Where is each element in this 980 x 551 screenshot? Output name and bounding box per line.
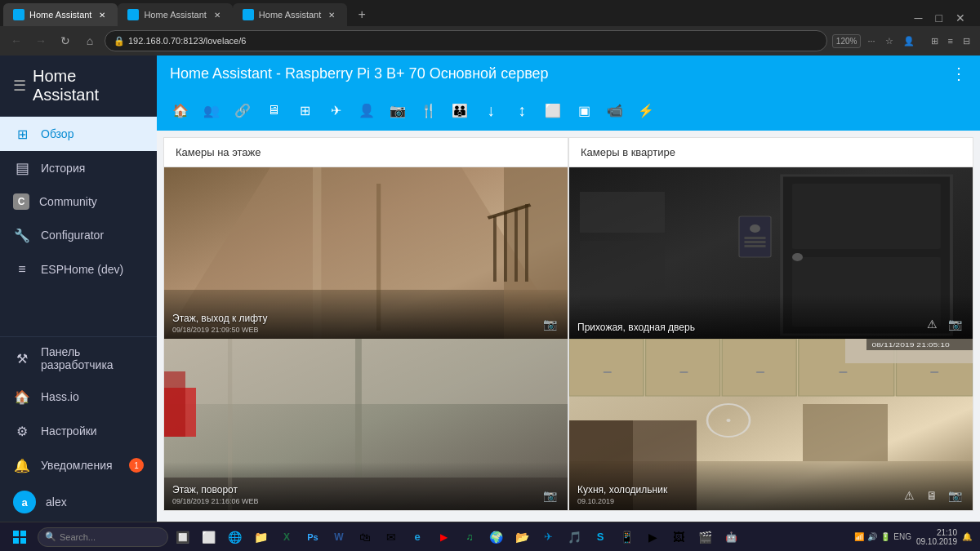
taskbar-app-word[interactable]: W [327, 525, 351, 549]
sidebar-item-configurator[interactable]: 🔧 Configurator [0, 218, 157, 252]
settings-button[interactable]: ⊞ [928, 34, 942, 48]
taskbar-app-ps[interactable]: Ps [301, 525, 325, 549]
camera-hallway-turn[interactable]: Этаж, поворот 09/18/2019 21:16:06 WEB 📷 [164, 339, 568, 510]
new-tab-button[interactable]: + [350, 3, 373, 26]
taskbar-app-phone[interactable]: 📱 [614, 525, 639, 549]
camera-alert-button-2[interactable]: ⚠ [922, 314, 942, 334]
taskbar-notifications-icon[interactable]: 🔔 [962, 532, 972, 541]
topbar-icon-nodes[interactable]: 🔗 [229, 96, 256, 124]
topbar-icon-grid[interactable]: ⊞ [291, 96, 318, 124]
taskbar-app-video[interactable]: 🎬 [693, 525, 717, 549]
taskbar-app-store[interactable]: 🛍 [353, 525, 377, 549]
browser-tab-2[interactable]: Home Assistant ✕ [118, 3, 232, 26]
camera-label-entrance-door: Прихожая, входная дверь [577, 322, 695, 333]
bookmark-button[interactable]: ☆ [882, 34, 897, 48]
minimize-button[interactable]: ─ [910, 10, 928, 26]
search-icon: 🔍 [45, 531, 56, 542]
topbar-icon-monitor[interactable]: 🖥 [260, 96, 287, 124]
taskbar-network-icon[interactable]: 📶 [854, 532, 864, 541]
maximize-button[interactable]: □ [931, 10, 947, 26]
sidebar-item-community[interactable]: C Community [0, 185, 157, 218]
topbar-icon-sensor2[interactable]: ↕ [508, 96, 536, 124]
topbar-icon-video[interactable]: 📹 [601, 96, 629, 124]
settings-icon: ⚙ [13, 422, 31, 440]
taskbar-app-android[interactable]: 🤖 [719, 525, 743, 549]
browser-tab-3[interactable]: Home Assistant ✕ [233, 3, 347, 26]
camera-entrance-door[interactable]: Прихожая, входная дверь ⚠ 📷 [569, 167, 973, 339]
topbar-icon-auto[interactable]: ⚡ [632, 96, 660, 124]
close-button[interactable]: ✕ [951, 10, 970, 26]
topbar-icon-gauge[interactable]: ⬜ [539, 96, 567, 124]
taskbar-volume-icon[interactable]: 🔊 [867, 532, 877, 541]
taskbar-app-mail[interactable]: ✉ [379, 525, 403, 549]
tab-close-1[interactable]: ✕ [96, 9, 108, 20]
taskbar-app-cortana[interactable]: 🔲 [170, 525, 194, 549]
taskbar-app-files[interactable]: 📂 [510, 525, 534, 549]
sidebar-item-label-history: История [41, 162, 85, 175]
taskbar-app-skype[interactable]: S [588, 525, 612, 549]
forward-button[interactable]: → [31, 31, 51, 51]
taskbar-app-spotify[interactable]: ♫ [457, 525, 482, 549]
topbar-icon-sensor1[interactable]: ↓ [477, 96, 505, 124]
tab-close-3[interactable]: ✕ [326, 9, 337, 20]
user-avatar: a [13, 491, 36, 513]
camera-hallway-lift[interactable]: Этаж, выход к лифту 09/18/2019 21:09:50 … [164, 167, 568, 339]
topbar-icon-person[interactable]: 👤 [353, 96, 381, 124]
refresh-button[interactable]: ↻ [56, 31, 75, 51]
camera-snapshot-button-3[interactable]: 📷 [540, 486, 559, 505]
browser-tab-1[interactable]: Home Assistant ✕ [3, 3, 118, 26]
taskbar-battery-icon[interactable]: 🔋 [880, 532, 890, 541]
taskbar-language[interactable]: ENG [893, 532, 911, 541]
topbar-more-button[interactable]: ⋮ [951, 64, 967, 83]
start-button[interactable] [3, 525, 36, 549]
topbar-icon-group[interactable]: 👪 [446, 96, 474, 124]
sidebar-item-esphome[interactable]: ≡ ESPHome (dev) [0, 252, 157, 287]
taskbar-app-edge[interactable]: 🌐 [222, 525, 247, 549]
extensions-button[interactable]: ··· [864, 34, 878, 47]
camera-snapshot-button-2[interactable]: 📷 [945, 314, 964, 334]
sidebar-item-history[interactable]: ▤ История [0, 151, 157, 185]
taskbar-app-explorer[interactable]: 📁 [248, 525, 273, 549]
url-bar[interactable]: 🔒 192.168.0.70:8123/lovelace/6 [105, 30, 827, 51]
svg-rect-13 [164, 339, 568, 404]
sidebar-item-settings[interactable]: ⚙ Настройки [0, 414, 157, 448]
topbar-icon-camera[interactable]: 📷 [384, 96, 412, 124]
menu-icon[interactable]: ☰ [13, 77, 26, 95]
taskbar-app-taskview[interactable]: ⬜ [196, 525, 220, 549]
sidebar-item-overview[interactable]: ⊞ Обзор [0, 117, 157, 151]
camera-controls-hallway-lift: 📷 [540, 314, 559, 334]
clock[interactable]: 21:10 09.10.2019 [916, 528, 957, 546]
taskbar-app-chrome[interactable]: 🌍 [483, 525, 508, 549]
camera-kitchen[interactable]: 08/11/2019 21:05:10 Кухня, холодильник 0… [569, 339, 973, 510]
topbar-icon-users[interactable]: 👥 [198, 96, 225, 124]
taskbar-app-media[interactable]: ▶ [640, 525, 665, 549]
camera-snapshot-button-4[interactable]: 📷 [945, 486, 964, 505]
profile-button[interactable]: 👤 [900, 34, 918, 48]
sidebar-item-user[interactable]: a alex [0, 482, 157, 522]
taskbar-app-telegram[interactable]: ✈ [536, 525, 560, 549]
page-title: Home Assistant - Raspberry Pi 3 B+ 70 Ос… [170, 65, 549, 82]
camera-section: Камеры на этаже [157, 131, 980, 522]
back-button[interactable]: ← [7, 31, 26, 51]
sidebar-toggle[interactable]: ⊟ [960, 34, 973, 48]
sidebar-item-developer[interactable]: ⚒ Панель разработчика [0, 337, 157, 380]
taskbar-app-ie[interactable]: e [405, 525, 430, 549]
menu-button[interactable]: ≡ [945, 34, 956, 47]
taskbar-app-excel[interactable]: X [274, 525, 299, 549]
sidebar-item-notifications[interactable]: 🔔 Уведомления 1 [0, 448, 157, 482]
topbar-icon-home[interactable]: 🏠 [167, 96, 194, 124]
taskbar-app-music[interactable]: 🎵 [562, 525, 586, 549]
taskbar-app-youtube[interactable]: ▶ [431, 525, 456, 549]
topbar-icon-map[interactable]: ✈ [322, 96, 350, 124]
sidebar-item-hassio[interactable]: 🏠 Hass.io [0, 380, 157, 414]
home-button[interactable]: ⌂ [80, 31, 100, 51]
camera-timestamp-kitchen: 09.10.2019 [577, 497, 667, 505]
camera-alert-button-4[interactable]: ⚠ [899, 486, 919, 505]
camera-monitor-button-4[interactable]: 🖥 [922, 486, 942, 505]
topbar-icon-media[interactable]: ▣ [570, 96, 598, 124]
tab-close-2[interactable]: ✕ [212, 9, 223, 20]
taskbar-app-photos[interactable]: 🖼 [666, 525, 691, 549]
taskbar-search-bar[interactable]: 🔍 Search... [38, 527, 168, 547]
topbar-icon-fork[interactable]: 🍴 [415, 96, 443, 124]
camera-snapshot-button-1[interactable]: 📷 [540, 314, 559, 334]
